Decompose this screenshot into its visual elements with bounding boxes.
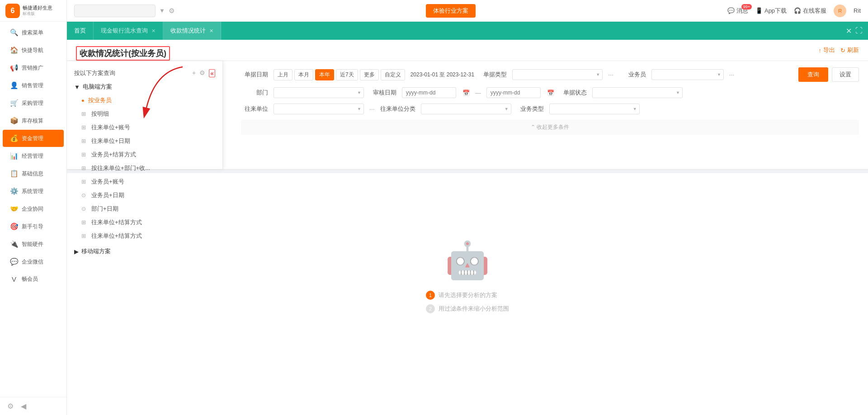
scheme-sale-date-icon: ⊙ [81, 192, 88, 198]
page-actions: ↑ 导出 ↻ 刷新 [819, 46, 859, 61]
dept-label: 部门 [241, 89, 268, 97]
sidebar-item-marketing[interactable]: 📢 营销推广 [3, 59, 64, 76]
download-icon: 📱 [755, 7, 763, 14]
sidebar-item-member[interactable]: V 畅会员 [3, 271, 64, 288]
tab-home-label: 首页 [74, 27, 86, 35]
salesperson-more-icon[interactable]: ··· [729, 71, 735, 78]
sidebar-item-enterprise[interactable]: 🤝 企业协同 [3, 200, 64, 217]
doc-type-more-icon[interactable]: ··· [608, 71, 613, 78]
desktop-scheme-header[interactable]: ▼ 电脑端方案 [67, 80, 222, 94]
message-button[interactable]: 💬 消息 99+ [727, 7, 748, 15]
review-date-from-calendar-icon[interactable]: 📅 [462, 90, 470, 96]
sidebar-item-wechat[interactable]: 💬 企业微信 [3, 253, 64, 270]
sidebar-item-operation[interactable]: 📊 经营管理 [3, 147, 64, 165]
refresh-button[interactable]: ↻ 刷新 [840, 46, 859, 54]
dept-select[interactable] [274, 87, 364, 98]
nav-label-inventory: 库存核算 [22, 117, 43, 125]
scheme-collapse-icon[interactable]: « [209, 69, 215, 77]
sidebar-item-quicknav[interactable]: 🏠 快捷导航 [3, 42, 64, 59]
doc-status-select-wrapper [592, 87, 683, 98]
scheme-item-unit-account[interactable]: ⊞ 往来单位+账号 [67, 121, 222, 134]
add-scheme-icon[interactable]: + [192, 69, 196, 77]
app-download-button[interactable]: 📱 App下载 [755, 7, 787, 15]
salesperson-select-wrapper [651, 69, 724, 80]
date-quick-select: 上月 本月 本年 近7天 更多 自定义 [274, 69, 405, 80]
collapse-bar[interactable]: ⌃ 收起更多条件 [241, 120, 859, 135]
nav-label-basic: 基础信息 [22, 170, 43, 178]
tab-receipt-close-icon[interactable]: ✕ [209, 28, 213, 34]
sidebar-item-guide[interactable]: 🎯 新手引导 [3, 218, 64, 235]
query-button[interactable]: 查询 [798, 67, 828, 82]
nav-label-sales: 销售管理 [22, 82, 43, 90]
doc-type-select[interactable] [512, 69, 603, 80]
nav-icon-member: V [10, 275, 18, 283]
date-btn-7days[interactable]: 近7天 [336, 69, 358, 80]
biz-type-select-wrapper [549, 104, 640, 114]
scheme-settings-icon[interactable]: ⚙ [199, 69, 205, 77]
topbar-settings-icon[interactable]: ⚙ [169, 7, 175, 15]
scheme-item-salesperson[interactable]: ● 按业务员 [67, 94, 222, 107]
breadcrumb-search [74, 5, 156, 17]
scheme-sale-account-label: 业务员+账号 [91, 178, 124, 186]
biz-type-select[interactable] [549, 104, 640, 114]
review-date-to-calendar-icon[interactable]: 📅 [547, 90, 554, 96]
nav-icon-purchase: 🛒 [10, 99, 18, 107]
setting-button[interactable]: 设置 [832, 67, 859, 82]
sidebar-item-sales[interactable]: 👤 销售管理 [3, 77, 64, 94]
topbar-chevron-icon[interactable]: ▼ [159, 7, 165, 14]
mobile-scheme-label: 移动端方案 [81, 247, 111, 255]
tab-bank-close-icon[interactable]: ✕ [151, 28, 156, 34]
partner-more-icon[interactable]: ··· [369, 105, 375, 113]
scheme-item-unit-date[interactable]: ⊞ 往来单位+日期 [67, 134, 222, 148]
scheme-item-sale-account[interactable]: ⊞ 业务员+账号 [67, 175, 222, 189]
tab-home[interactable]: 首页 [67, 22, 94, 40]
sidebar-item-search[interactable]: 🔍 搜索菜单 [3, 24, 64, 41]
scheme-item-detail[interactable]: ⊞ 按明细 [67, 107, 222, 121]
scheme-item-dept-date[interactable]: ⊙ 部门+日期 [67, 202, 222, 216]
nav-label-member: 畅会员 [22, 275, 38, 283]
logo-name: 畅捷通好生意 [23, 5, 52, 11]
date-btn-custom[interactable]: 自定义 [381, 69, 405, 80]
tab-fullscreen-icon[interactable]: ⛶ [855, 27, 863, 35]
settings-icon[interactable]: ⚙ [7, 402, 14, 410]
date-btn-this-month[interactable]: 本月 [294, 69, 313, 80]
tip-text-2: 用过滤条件来缩小分析范围 [439, 305, 509, 313]
partner-select[interactable] [274, 104, 364, 114]
sidebar-item-capital[interactable]: 💰 资金管理 [3, 130, 64, 147]
nav-icon-marketing: 📢 [10, 64, 18, 72]
nav-icon-guide: 🎯 [10, 222, 18, 231]
sidebar-item-system[interactable]: ⚙️ 系统管理 [3, 183, 64, 200]
sidebar-item-purchase[interactable]: 🛒 采购管理 [3, 94, 64, 112]
doc-status-select[interactable] [592, 87, 683, 98]
message-badge: 99+ [741, 4, 752, 9]
salesperson-select[interactable] [651, 69, 724, 80]
date-btn-last-month[interactable]: 上月 [274, 69, 292, 80]
date-btn-more[interactable]: 更多 [360, 69, 379, 80]
review-date-to[interactable] [486, 87, 541, 98]
tab-close-all-icon[interactable]: ✕ [846, 27, 852, 35]
scheme-item-sale-settle[interactable]: ⊞ 业务员+结算方式 [67, 148, 222, 161]
mobile-scheme-header[interactable]: ▶ 移动端方案 [67, 245, 222, 258]
export-button[interactable]: ↑ 导出 [819, 46, 835, 54]
nav-label-quicknav: 快捷导航 [22, 47, 43, 54]
biz-type-label: 业务类型 [517, 105, 544, 113]
review-date-from[interactable] [402, 87, 456, 98]
date-btn-this-year[interactable]: 本年 [315, 69, 334, 80]
page-content: 收款情况统计(按业务员) ↑ 导出 ↻ 刷新 按以下方案查询 [67, 40, 868, 415]
partner-category-select[interactable] [421, 104, 511, 114]
collapse-sidebar-icon[interactable]: ◀‍‍ [21, 402, 26, 410]
online-service-button[interactable]: 🎧 在线客服 [794, 7, 826, 15]
scheme-item-unit-settle2[interactable]: ⊞ 往来单位+结算方式 [67, 229, 222, 243]
sidebar-item-basic[interactable]: 📋 基础信息 [3, 165, 64, 182]
sidebar-item-inventory[interactable]: 📦 库存核算 [3, 112, 64, 129]
user-avatar[interactable]: R [834, 5, 846, 17]
tab-bank[interactable]: 现金银行流水查询 ✕ [94, 22, 163, 40]
scheme-item-sale-date[interactable]: ⊙ 业务员+日期 [67, 189, 222, 202]
scheme-item-unit-settle1[interactable]: ⊞ 往来单位+结算方式 [67, 216, 222, 229]
sidebar-item-hardware[interactable]: 🔌 智能硬件 [3, 236, 64, 253]
trial-button[interactable]: 体验行业方案 [426, 4, 476, 18]
scheme-item-unit-dept[interactable]: ⊞ 按往来单位+部门+收... [67, 161, 222, 175]
partner-category-select-wrapper [421, 104, 511, 114]
tab-receipt[interactable]: 收款情况统计 ✕ [163, 22, 221, 40]
scheme-unit-date-icon: ⊞ [81, 138, 88, 144]
